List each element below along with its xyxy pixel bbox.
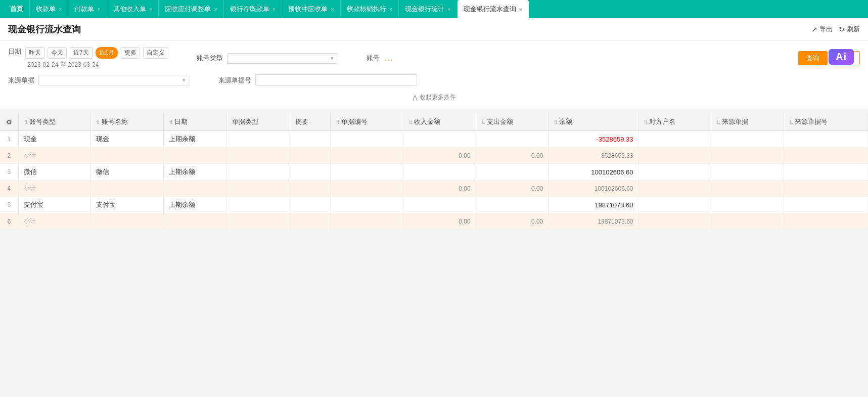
date-range-display: 2023-02-24 至 2023-03-24 — [27, 61, 168, 69]
date-btn-yesterday[interactable]: 昨天 — [25, 47, 44, 59]
refresh-button[interactable]: ↻ 刷新 — [839, 25, 860, 34]
table-body: 1 现金 现金 上期余额 -3528659.33 2 小计 0.00 0.00 … — [0, 131, 868, 230]
cell-index: 3 — [0, 164, 18, 181]
nav-item-flow-query[interactable]: 现金银行流水查询 × — [458, 0, 529, 18]
page-header: 现金银行流水查询 ↗ 导出 ↻ 刷新 — [0, 18, 868, 41]
cell-index: 4 — [0, 181, 18, 197]
cell-source-doc-no — [784, 213, 867, 230]
th-counterpart[interactable]: ⇅对方户名 — [638, 113, 711, 131]
th-income[interactable]: ⇅收入金额 — [403, 113, 476, 131]
sort-icon: ⇅ — [24, 119, 28, 125]
close-icon[interactable]: × — [389, 6, 392, 12]
ai-badge[interactable]: Ai — [829, 49, 854, 65]
cell-account-type: 微信 — [18, 164, 91, 181]
cell-counterpart — [638, 131, 711, 148]
cell-income — [403, 197, 476, 213]
cell-date: 上期余额 — [163, 197, 226, 213]
cell-counterpart — [638, 181, 711, 197]
cell-summary — [290, 181, 330, 197]
cell-expense: 0.00 — [476, 213, 549, 230]
nav-item-home[interactable]: 首页 — [4, 0, 30, 18]
cell-account-name: 现金 — [91, 131, 164, 148]
nav-item-receipts[interactable]: 收款单 × — [30, 0, 68, 18]
cell-income: 0.00 — [403, 213, 476, 230]
cell-summary — [290, 131, 330, 148]
source-doc-select[interactable]: ▾ — [38, 75, 190, 85]
close-icon[interactable]: × — [214, 6, 217, 12]
th-date[interactable]: ⇅日期 — [163, 113, 226, 131]
cell-expense: 0.00 — [476, 148, 549, 164]
sort-icon: ⇅ — [554, 119, 558, 125]
cell-counterpart — [638, 213, 711, 230]
cell-balance: 100102606.60 — [549, 164, 638, 181]
cell-balance: 19871073.60 — [549, 213, 638, 230]
date-btn-today[interactable]: 今天 — [48, 47, 67, 59]
query-button[interactable]: 查询 — [798, 51, 828, 65]
th-balance[interactable]: ⇅余额 — [549, 113, 638, 131]
sort-icon: ⇅ — [96, 119, 100, 125]
nav-item-bank-deposit[interactable]: 银行存取款单 × — [224, 0, 282, 18]
th-account-type[interactable]: ⇅账号类型 — [18, 113, 91, 131]
cell-summary — [290, 213, 330, 230]
export-button[interactable]: ↗ 导出 — [811, 25, 833, 34]
account-dots-button[interactable]: ... — [384, 54, 393, 63]
cell-source-doc — [711, 213, 784, 230]
account-type-select[interactable]: ▾ — [227, 53, 338, 64]
source-doc-label: 来源单据 — [8, 76, 34, 85]
nav-item-prepay[interactable]: 预收冲应收单 × — [282, 0, 340, 18]
account-label: 账号 — [367, 54, 380, 63]
cell-account-type: 小计 — [18, 213, 91, 230]
cell-source-doc-no — [784, 131, 867, 148]
cell-account-type: 小计 — [18, 181, 91, 197]
source-doc-group: 来源单据 ▾ — [8, 75, 190, 85]
collapse-bar[interactable]: ⋀ 收起更多条件 — [8, 91, 860, 103]
th-account-name[interactable]: ⇅账号名称 — [91, 113, 164, 131]
close-icon[interactable]: × — [97, 6, 100, 12]
nav-item-stats[interactable]: 现金银行统计 × — [399, 0, 457, 18]
source-doc-num-input[interactable] — [255, 74, 417, 86]
cell-source-doc — [711, 181, 784, 197]
chevron-down-icon: ▾ — [331, 55, 334, 62]
th-summary: 摘要 — [290, 113, 330, 131]
cell-balance: -3528659.33 — [549, 148, 638, 164]
th-expense[interactable]: ⇅支出金额 — [476, 113, 549, 131]
sort-icon: ⇅ — [481, 119, 485, 125]
close-icon[interactable]: × — [149, 6, 152, 12]
table-row: 1 现金 现金 上期余额 -3528659.33 — [0, 131, 868, 148]
cell-doc-type — [226, 197, 290, 213]
close-icon[interactable]: × — [59, 6, 62, 12]
sort-icon: ⇅ — [716, 119, 720, 125]
cell-doc-no — [331, 164, 403, 181]
close-icon[interactable]: × — [447, 6, 450, 12]
date-btn-1month[interactable]: 近1月 — [96, 47, 118, 59]
cell-source-doc — [711, 148, 784, 164]
cell-balance: -3528659.33 — [549, 131, 638, 148]
cell-account-name: 支付宝 — [91, 197, 164, 213]
filter-row-2: 来源单据 ▾ 来源单据号 — [8, 74, 860, 86]
cell-account-type: 小计 — [18, 148, 91, 164]
cell-account-name: 微信 — [91, 164, 164, 181]
date-btn-custom[interactable]: 自定义 — [143, 47, 168, 59]
date-btn-7days[interactable]: 近7天 — [70, 47, 93, 59]
chevron-up-icon: ⋀ — [413, 94, 418, 101]
nav-item-adjustment[interactable]: 应收应付调整单 × — [159, 0, 223, 18]
th-source-doc[interactable]: ⇅来源单据 — [711, 113, 784, 131]
date-btn-more[interactable]: 更多 — [121, 47, 140, 59]
th-source-doc-no[interactable]: ⇅来源单据号 — [784, 113, 867, 131]
cell-index: 2 — [0, 148, 18, 164]
nav-item-payments[interactable]: 付款单 × — [68, 0, 107, 18]
cell-account-name — [91, 181, 164, 197]
nav-item-verify[interactable]: 收款核销执行 × — [341, 0, 399, 18]
close-icon[interactable]: × — [519, 6, 522, 12]
cell-source-doc-no — [784, 197, 867, 213]
close-icon[interactable]: × — [272, 6, 276, 12]
data-table-wrap: ⚙ ⇅账号类型 ⇅账号名称 ⇅日期 单据类型 摘要 ⇅单据编号 ⇅收入金额 ⇅支… — [0, 113, 868, 230]
th-doc-no[interactable]: ⇅单据编号 — [331, 113, 403, 131]
table-row: 5 支付宝 支付宝 上期余额 19871073.60 — [0, 197, 868, 213]
close-icon[interactable]: × — [331, 6, 334, 12]
table-row: 3 微信 微信 上期余额 100102606.60 — [0, 164, 868, 181]
th-gear[interactable]: ⚙ — [0, 113, 18, 131]
nav-item-other-income[interactable]: 其他收入单 × — [107, 0, 159, 18]
date-shortcuts-wrap: 昨天 今天 近7天 近1月 更多 自定义 2023-02-24 至 2023-0… — [25, 47, 168, 69]
cell-doc-type — [226, 213, 290, 230]
